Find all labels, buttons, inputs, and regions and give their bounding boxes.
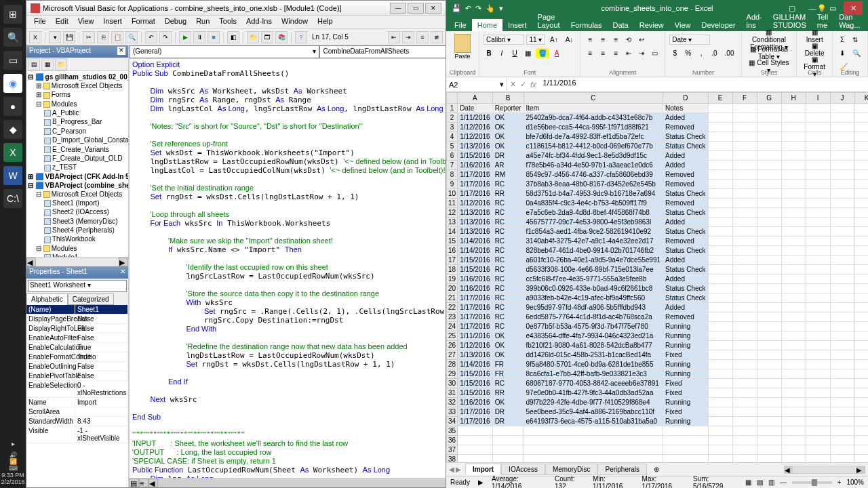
property-row[interactable]: (Name)Sheet1 <box>26 305 128 314</box>
share-button[interactable]: Share <box>866 19 868 31</box>
fill-color-button[interactable]: 🪣 <box>536 48 549 58</box>
font-color-button[interactable]: A <box>551 48 562 58</box>
property-row[interactable]: EnableFormatConditioTrue <box>26 352 128 362</box>
undo-icon[interactable]: ↶ <box>465 4 471 13</box>
bold-button[interactable]: B <box>484 48 494 58</box>
property-row[interactable]: DisplayPageBreaksFalse <box>26 314 128 324</box>
align-left-button[interactable]: ≡ <box>585 48 595 58</box>
uncomment-button[interactable]: ≢ <box>431 31 443 43</box>
run-button[interactable]: ▶ <box>179 31 191 43</box>
zoom-value[interactable]: 100% <box>846 479 864 486</box>
project-scrollbar[interactable]: ◀▶ <box>26 257 128 266</box>
vba-titlebar[interactable]: Microsoft Visual Basic for Applications … <box>26 1 446 16</box>
align-center-button[interactable]: ≡ <box>597 48 608 58</box>
fx-icon[interactable]: fx <box>530 81 536 89</box>
merge-button[interactable]: ▭ <box>649 48 660 58</box>
formula-bar[interactable]: 1/11/2016 <box>539 77 868 92</box>
property-row[interactable]: ScrollArea <box>26 407 128 417</box>
app-icon[interactable]: ● <box>3 97 22 116</box>
paste-button[interactable]: 📋 <box>111 31 123 43</box>
zoom-slider[interactable] <box>792 481 832 484</box>
minimize-button[interactable]: — <box>390 3 406 14</box>
reset-button[interactable]: ■ <box>208 31 220 43</box>
close-panel-icon[interactable]: ✕ <box>120 268 125 277</box>
decrease-font-button[interactable]: A↓ <box>563 35 576 45</box>
tab-insert[interactable]: Insert <box>502 19 532 31</box>
sheet-tab-import[interactable]: Import <box>465 464 501 475</box>
find-button[interactable]: 🔍 <box>850 48 863 58</box>
borders-button[interactable]: ▦ <box>522 48 534 58</box>
status-macro-icon[interactable]: ▶ <box>478 479 484 486</box>
tab-categorized[interactable]: Categorized <box>68 293 114 305</box>
tab-nav-next[interactable]: ▶ <box>456 466 461 473</box>
redo-button[interactable]: ↷ <box>159 31 172 43</box>
decrease-indent-button[interactable]: ⇤ <box>623 48 634 58</box>
insert-button[interactable]: ▾ <box>49 31 61 43</box>
increase-font-button[interactable]: A↑ <box>547 35 561 45</box>
tab-data[interactable]: Data <box>607 19 633 31</box>
worksheet-grid[interactable]: ABCDEFGHIJKLM1DateReporterItemNotes21/11… <box>446 92 868 462</box>
view-code-button[interactable]: ▤ <box>28 58 40 70</box>
enter-icon[interactable]: ✓ <box>520 80 526 89</box>
properties-button[interactable]: 🗔 <box>261 31 273 43</box>
property-row[interactable]: EnablePivotTableFalse <box>26 371 128 381</box>
save-button[interactable]: 💾 <box>63 31 75 43</box>
word-icon[interactable]: W <box>3 166 22 185</box>
task-view-icon[interactable]: ▭ <box>3 51 22 70</box>
align-middle-button[interactable]: ≡ <box>597 35 608 45</box>
underline-button[interactable]: U <box>509 48 520 58</box>
copy-button[interactable]: ⎘ <box>97 31 109 43</box>
touch-mode-icon[interactable]: 👆 <box>486 4 495 13</box>
view-excel-button[interactable]: X <box>29 31 41 43</box>
orientation-button[interactable]: ⟲ <box>623 35 634 45</box>
object-browser-button[interactable]: 📚 <box>275 31 288 43</box>
maximize-button[interactable]: ▭ <box>408 3 424 14</box>
property-row[interactable]: DisplayRightToLeftFalse <box>26 324 128 333</box>
currency-button[interactable]: $ <box>669 48 680 58</box>
font-size-combo[interactable]: 11 ▾ <box>526 35 545 45</box>
tab-formulas[interactable]: Formulas <box>566 19 608 31</box>
wrap-text-button[interactable]: ↩ <box>636 35 647 45</box>
view-object-button[interactable]: ▦ <box>41 58 54 70</box>
chrome-icon[interactable]: ◉ <box>3 74 22 93</box>
percent-button[interactable]: % <box>682 48 694 58</box>
project-explorer-button[interactable]: 📁 <box>247 31 259 43</box>
align-right-button[interactable]: ≡ <box>610 48 621 58</box>
zoom-out-button[interactable]: — <box>780 479 787 486</box>
menu-file[interactable]: File <box>29 16 51 28</box>
menu-tools[interactable]: Tools <box>214 16 241 28</box>
code-scrollbar[interactable]: ▤≡◀▶ <box>130 478 446 487</box>
number-format-combo[interactable]: Date ▾ <box>669 35 710 45</box>
decrease-decimal-button[interactable]: .00 <box>722 48 737 58</box>
menu-view[interactable]: View <box>73 16 99 28</box>
project-tree[interactable]: ⊟ 🟦 gs gillham_studios 02_00_02 ⊞ Micros… <box>26 71 128 257</box>
property-row[interactable]: EnableSelection0 - xlNoRestrictions <box>26 381 128 398</box>
view-normal-icon[interactable]: ▦ <box>745 479 751 486</box>
property-row[interactable]: Visible-1 - xlSheetVisible <box>26 426 128 443</box>
object-combo[interactable]: (General)▾ <box>130 45 319 58</box>
tab-alphabetic[interactable]: Alphabetic <box>26 293 68 305</box>
undo-button[interactable]: ↶ <box>145 31 157 43</box>
toggle-folders-button[interactable]: 📁 <box>55 58 67 70</box>
tab-review[interactable]: Review <box>634 19 669 31</box>
font-combo[interactable]: Calibri ▾ <box>484 35 524 45</box>
cut-button[interactable]: ✂ <box>83 31 95 43</box>
menu-help[interactable]: Help <box>313 16 338 28</box>
tab-view[interactable]: View <box>669 19 696 31</box>
align-bottom-button[interactable]: ≡ <box>610 35 621 45</box>
horizontal-scrollbar[interactable]: ◀▶ <box>784 466 865 474</box>
menu-run[interactable]: Run <box>191 16 214 28</box>
align-top-button[interactable]: ≡ <box>585 35 595 45</box>
user-label[interactable]: Dan Wag... <box>833 11 865 31</box>
name-box[interactable]: A2▾ <box>446 77 507 92</box>
menu-format[interactable]: Format <box>127 16 160 28</box>
menu-debug[interactable]: Debug <box>160 16 191 28</box>
tab-nav-prev[interactable]: ◀ <box>449 466 454 473</box>
app-icon-2[interactable]: ◆ <box>3 120 22 139</box>
search-icon[interactable]: 🔍 <box>3 28 22 47</box>
design-mode-button[interactable]: ◧ <box>227 31 239 43</box>
fill-button[interactable]: ⬇ <box>837 48 848 58</box>
tab-file[interactable]: File <box>449 19 472 31</box>
increase-decimal-button[interactable]: .0 <box>709 48 719 58</box>
properties-grid[interactable]: (Name)Sheet1DisplayPageBreaksFalseDispla… <box>26 305 128 488</box>
